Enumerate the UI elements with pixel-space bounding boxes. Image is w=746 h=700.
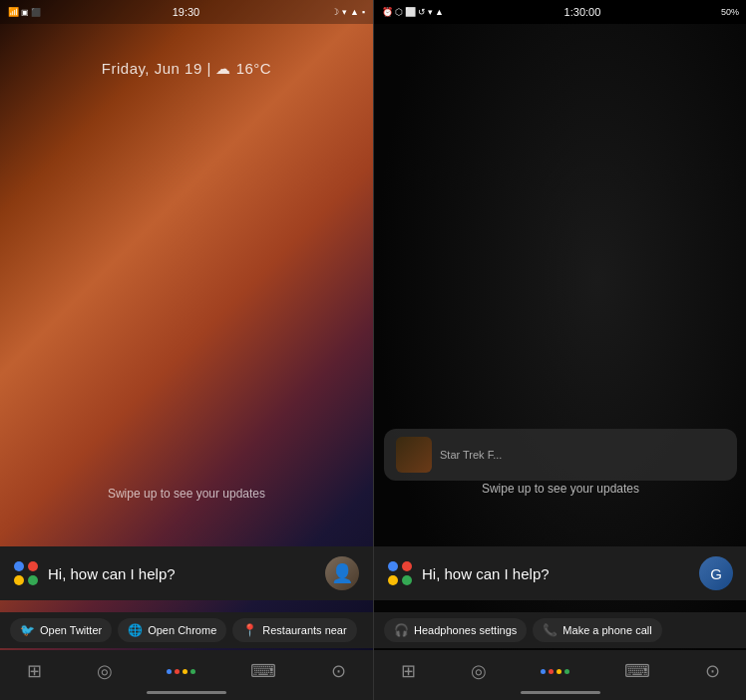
google-assistant-logo [14,561,38,585]
app-icon: ⬛ [31,8,41,17]
left-status-right-icons: ☽ ▾ ▲ ▪ [331,7,365,17]
right-suggestion-chips: 🎧 Headphones settings 📞 Make a phone cal… [374,612,746,648]
nav-lens-icon[interactable]: ◎ [97,660,113,682]
media-title: Star Trek F... [440,449,725,461]
nav-widget-icon[interactable]: ⊞ [27,660,42,682]
chip-make-phone-call[interactable]: 📞 Make a phone call [533,618,661,642]
wifi2-icon: ▾ [428,7,433,17]
battery-icon: ▪ [362,7,365,17]
media-info: Star Trek F... [440,449,725,461]
right-nav-dot-green [564,669,569,674]
twitter-icon: 🐦 [20,623,35,637]
left-status-left-icons: 📶 ▣ ⬛ [8,7,41,17]
right-nav-dot-red [549,669,554,674]
left-suggestion-chips: 🐦 Open Twitter 🌐 Open Chrome 📍 Restauran… [0,612,373,648]
left-home-indicator [147,691,226,694]
right-nav-dot-yellow [557,669,561,674]
right-dot-yellow [388,575,398,585]
left-assistant-bar[interactable]: Hi, how can I help? 👤 [0,546,373,600]
nav-dot-blue [167,669,172,674]
phone-icon: 📞 [543,623,558,637]
nav-dot-yellow [183,669,187,674]
moon-icon: ☽ [331,7,339,17]
right-time: 1:30:00 [564,6,601,18]
right-status-left-icons: ⏰ ⬡ ⬜ ↺ ▾ ▲ [382,7,444,17]
right-media-card[interactable]: Star Trek F... [384,429,737,481]
chip-chrome-label: Open Chrome [148,624,216,636]
left-assistant-left: Hi, how can I help? [14,561,176,585]
nav-explore-icon[interactable]: ⊙ [331,660,346,682]
headphones-icon: 🎧 [394,623,409,637]
left-assistant-text: Hi, how can I help? [48,565,176,582]
right-nav-dot-blue [541,669,546,674]
left-swipe-hint: Swipe up to see your updates [0,487,373,501]
dot-blue [14,561,24,571]
right-assistant-left: Hi, how can I help? [388,561,550,585]
right-swipe-hint: Swipe up to see your updates [374,482,746,496]
dot-yellow [14,575,24,585]
signal-bars-icon: ▲ [350,7,359,17]
right-dot-green [402,575,412,585]
chip-open-twitter[interactable]: 🐦 Open Twitter [10,618,112,642]
chip-twitter-label: Open Twitter [40,624,102,636]
nav-dot-green [190,669,195,674]
notification-icon: 📶 [8,7,19,17]
right-google-assistant-logo [388,561,412,585]
right-nav-widget-icon[interactable]: ⊞ [401,660,416,682]
right-status-right-icons: 50% [721,7,739,17]
left-phone: 📶 ▣ ⬛ 19:30 ☽ ▾ ▲ ▪ Friday, Jun 19 | ☁ 1… [0,0,373,700]
sync-icon: ↺ [418,7,426,17]
right-home-indicator [521,691,600,694]
battery-percent-icon: 50% [721,7,739,17]
right-assistant-bar[interactable]: Hi, how can I help? G [374,546,746,600]
right-dot-blue [388,561,398,571]
right-assistant-text: Hi, how can I help? [422,565,550,582]
chip-restaurants[interactable]: 📍 Restaurants near [232,618,356,642]
alarm-icon: ⏰ [382,7,393,17]
chip-restaurants-label: Restaurants near [262,624,346,636]
dot-green [28,575,38,585]
maps-pin-icon: 📍 [242,623,257,637]
wifi-icon: ▾ [342,7,347,17]
right-nav-keyboard-icon[interactable]: ⌨ [624,660,650,682]
bt-icon: ⬡ [395,7,403,17]
right-nav-explore-icon[interactable]: ⊙ [705,660,720,682]
signal2-icon: ▲ [435,7,444,17]
left-avatar[interactable]: 👤 [325,556,359,590]
nav-dot-red [175,669,180,674]
right-status-bar: ⏰ ⬡ ⬜ ↺ ▾ ▲ 1:30:00 50% [374,0,746,24]
right-avatar[interactable]: G [699,556,733,590]
chip-open-chrome[interactable]: 🌐 Open Chrome [118,618,226,642]
chip-phone-label: Make a phone call [562,624,651,636]
left-status-bar: 📶 ▣ ⬛ 19:30 ☽ ▾ ▲ ▪ [0,0,373,24]
right-phone: ⏰ ⬡ ⬜ ↺ ▾ ▲ 1:30:00 50% Star Trek F... S… [374,0,746,700]
nav-keyboard-icon[interactable]: ⌨ [250,660,276,682]
right-dot-red [402,561,412,571]
right-nav-google-dots[interactable] [541,669,569,674]
dot-red [28,561,38,571]
chrome-icon: 🌐 [128,623,143,637]
chip-headphones-settings[interactable]: 🎧 Headphones settings [384,618,527,642]
nav-google-dots[interactable] [167,669,195,674]
right-nav-lens-icon[interactable]: ◎ [471,660,487,682]
cast-icon: ⬜ [405,7,416,17]
media-thumbnail [396,437,432,473]
date-widget: Friday, Jun 19 | ☁ 16°C [0,60,373,78]
left-time: 19:30 [173,6,200,18]
chip-headphones-label: Headphones settings [414,624,517,636]
signal-icon: ▣ [21,8,29,17]
